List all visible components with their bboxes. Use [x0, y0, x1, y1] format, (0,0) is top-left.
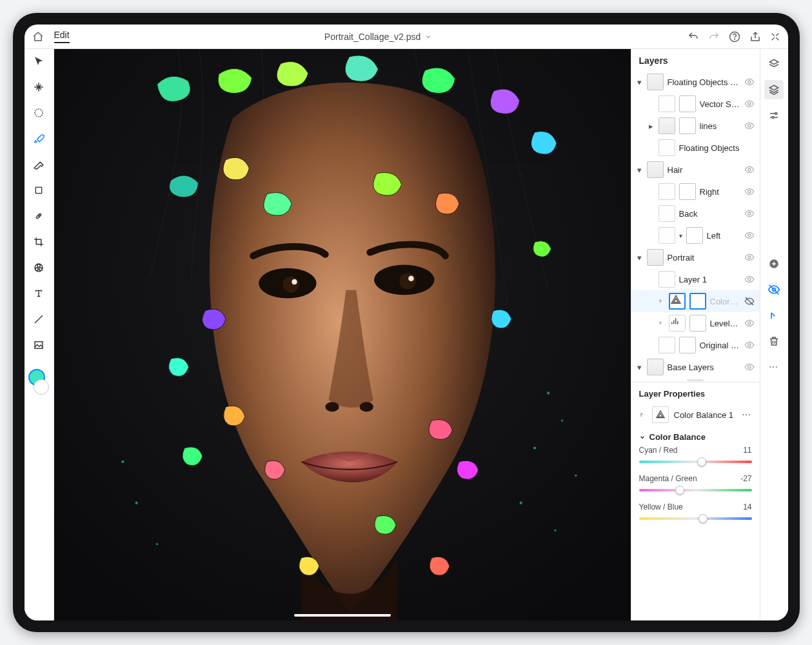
- layer-row[interactable]: Color Balan…: [631, 290, 760, 312]
- color-balance-slider[interactable]: Magenta / Green-27: [631, 471, 760, 500]
- chevron-down-icon[interactable]: [424, 33, 432, 41]
- slider-knob[interactable]: [675, 486, 684, 495]
- layer-row[interactable]: ▾Portrait: [631, 246, 760, 268]
- layer-caret-icon[interactable]: ▸: [648, 121, 655, 131]
- layer-row[interactable]: Levels 1: [631, 312, 760, 334]
- slider-label: Yellow / Blue: [639, 502, 683, 511]
- layer-row[interactable]: ▸lines: [631, 115, 760, 137]
- layer-mask-thumbnail: [679, 183, 696, 200]
- svg-point-1: [734, 39, 735, 39]
- visibility-toggle-icon[interactable]: [744, 252, 755, 263]
- color-balance-section[interactable]: Color Balance: [631, 427, 760, 443]
- layer-row[interactable]: Layer 1: [631, 268, 760, 290]
- svg-point-7: [35, 268, 39, 271]
- visibility-toggle-icon[interactable]: [744, 318, 755, 328]
- help-icon[interactable]: [729, 31, 740, 43]
- layer-caret-icon[interactable]: ▾: [637, 362, 643, 372]
- svg-point-40: [748, 344, 751, 346]
- layer-label: Layer 1: [679, 275, 740, 284]
- properties-sliders-icon[interactable]: [764, 106, 784, 125]
- visibility-toggle-icon[interactable]: [744, 208, 755, 219]
- visibility-toggle-icon[interactable]: [744, 99, 755, 109]
- undo-icon[interactable]: [688, 31, 699, 43]
- slider-knob[interactable]: [697, 457, 706, 466]
- layers-detail-icon[interactable]: [764, 80, 784, 99]
- mask-caret-icon[interactable]: ▾: [679, 232, 682, 239]
- delete-layer-icon[interactable]: [764, 332, 784, 351]
- layer-row[interactable]: Right: [631, 181, 760, 203]
- layer-thumbnail: [659, 271, 675, 288]
- layers-compact-icon[interactable]: [764, 54, 784, 74]
- svg-point-15: [292, 279, 297, 285]
- layer-row[interactable]: ▾Floating Objects (alway…: [631, 71, 760, 93]
- layer-caret-icon[interactable]: ▾: [637, 77, 643, 87]
- slider-knob[interactable]: [698, 514, 708, 523]
- brush-tool[interactable]: [30, 130, 47, 147]
- layer-label: Base Layers: [668, 362, 740, 372]
- layer-row[interactable]: Floating Objects: [631, 137, 760, 159]
- layers-panel: Layers ▾Floating Objects (alway…Vector S…: [631, 49, 760, 620]
- visibility-toggle-icon[interactable]: [744, 77, 755, 87]
- redo-icon[interactable]: [708, 31, 720, 43]
- right-rail: ⋯: [760, 49, 788, 620]
- color-balance-slider[interactable]: Yellow / Blue14: [631, 500, 760, 528]
- color-balance-slider[interactable]: Cyan / Red11: [631, 443, 760, 471]
- visibility-toggle-icon[interactable]: [744, 230, 755, 241]
- visibility-toggle-icon[interactable]: [744, 340, 755, 350]
- line-tool[interactable]: [30, 311, 47, 328]
- visibility-toggle-icon[interactable]: [744, 296, 755, 306]
- svg-point-29: [748, 103, 751, 105]
- layer-mask-thumbnail: [689, 315, 706, 332]
- visibility-toggle-icon[interactable]: [744, 164, 755, 175]
- layer-thumbnail: [659, 205, 675, 222]
- fullscreen-icon[interactable]: [770, 32, 780, 42]
- share-icon[interactable]: [749, 31, 761, 43]
- svg-point-2: [35, 109, 43, 117]
- more-actions-icon[interactable]: ⋯: [764, 357, 784, 377]
- type-tool[interactable]: [30, 285, 47, 302]
- layer-label: Left: [707, 231, 740, 241]
- transform-tool[interactable]: [30, 79, 47, 95]
- toggle-visibility-icon[interactable]: [764, 280, 784, 299]
- place-image-tool[interactable]: [30, 337, 47, 353]
- folder-icon: [647, 161, 664, 178]
- background-color[interactable]: [34, 379, 49, 395]
- crop-tool[interactable]: [30, 233, 47, 250]
- slider-value: 14: [743, 502, 751, 511]
- home-icon[interactable]: [32, 31, 44, 43]
- layer-more-icon[interactable]: ⋯: [742, 410, 752, 420]
- eraser-tool[interactable]: [30, 156, 47, 173]
- layer-properties-title: Layer Properties: [631, 382, 760, 402]
- lasso-tool[interactable]: [30, 104, 47, 121]
- clip-layer-icon[interactable]: [764, 306, 784, 325]
- move-tool[interactable]: [30, 53, 47, 70]
- heal-tool[interactable]: [30, 208, 47, 224]
- add-layer-icon[interactable]: [764, 254, 784, 273]
- svg-point-21: [533, 446, 535, 449]
- edit-menu[interactable]: Edit: [54, 30, 70, 43]
- adjust-tool[interactable]: [30, 259, 47, 276]
- layer-caret-icon[interactable]: ▾: [637, 165, 643, 175]
- visibility-toggle-icon[interactable]: [744, 362, 755, 372]
- svg-point-23: [519, 502, 522, 504]
- home-indicator: [294, 614, 391, 617]
- visibility-toggle-icon[interactable]: [744, 186, 755, 197]
- layer-row[interactable]: ▾Hair: [631, 159, 760, 181]
- top-toolbar: Edit Portrait_Collage_v2.psd: [25, 25, 788, 49]
- layer-list[interactable]: ▾Floating Objects (alway…Vector Smart…▸l…: [631, 71, 760, 378]
- clip-indicator-icon: [639, 411, 647, 419]
- layer-label: Floating Objects (alway…: [668, 77, 740, 87]
- visibility-toggle-icon[interactable]: [744, 274, 755, 284]
- layer-label: Levels 1: [710, 319, 740, 328]
- layer-row[interactable]: Back: [631, 203, 760, 224]
- canvas[interactable]: [54, 49, 631, 620]
- layer-caret-icon[interactable]: ▾: [637, 253, 643, 263]
- layer-row[interactable]: ▾Left: [631, 224, 760, 246]
- visibility-toggle-icon[interactable]: [744, 121, 755, 131]
- fill-tool[interactable]: [30, 182, 47, 199]
- layer-row[interactable]: ▾Base Layers: [631, 356, 760, 378]
- svg-point-17: [325, 402, 339, 412]
- svg-point-44: [775, 113, 777, 115]
- layer-row[interactable]: Vector Smart…: [631, 93, 760, 115]
- layer-row[interactable]: Original Portr…: [631, 334, 760, 356]
